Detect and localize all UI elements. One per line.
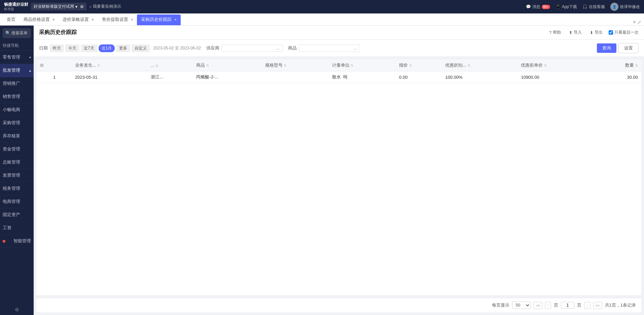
page-unit-label: 页 <box>577 302 581 308</box>
sort-icon-unit: ⇅ <box>351 64 353 67</box>
help-icon: ? <box>549 30 551 35</box>
demo-link[interactable]: ○ 我要看实例演示 <box>89 4 121 9</box>
last-page-button[interactable]: ⏭ <box>593 302 602 309</box>
sidebar-item-tax-label: 税务管理 <box>3 185 20 191</box>
sort-icon-quote: ⇅ <box>409 64 412 67</box>
sidebar-item-retail-label: 零售管理 <box>3 54 20 60</box>
tab-price-close[interactable]: × <box>52 18 55 22</box>
sidebar-item-sales[interactable]: 销售管理 <box>0 90 34 103</box>
date-last1month-btn[interactable]: 近1月 <box>99 44 115 52</box>
tab-strategy-close[interactable]: × <box>92 18 94 22</box>
page-input[interactable] <box>561 302 574 309</box>
th-more-cols[interactable]: ... ⇅ <box>147 60 193 71</box>
date-more-btn[interactable]: 更多 <box>116 44 130 52</box>
th-goods[interactable]: 商品 ⇅ <box>193 60 261 71</box>
th-unit[interactable]: 计量单位 ⇅ <box>329 60 396 71</box>
th-quote[interactable]: 报价 ⇅ <box>396 60 442 71</box>
close-panel-button[interactable]: × <box>633 19 636 25</box>
goods-more-btn[interactable]: ... <box>354 46 357 50</box>
tab-history-price-close[interactable]: × <box>174 18 176 22</box>
demo-icon: ○ <box>89 4 92 9</box>
export-button[interactable]: ⬇ 导出 <box>588 28 605 37</box>
app-logo: 畅捷通好业财 标准版 <box>4 2 28 11</box>
date-today-btn[interactable]: 今天 <box>65 44 79 52</box>
date-yesterday-btn[interactable]: 昨天 <box>50 44 64 52</box>
td-biz-date: 2023-05-31 <box>72 71 147 83</box>
settings-icon[interactable]: ⚙ <box>80 4 84 9</box>
expand-button[interactable]: ⤢ <box>637 20 641 25</box>
only-last-checkbox-label[interactable]: 只看最后一次 <box>609 30 639 35</box>
th-price-before[interactable]: 优惠前单价 ⇅ <box>517 60 595 71</box>
sidebar-item-smart[interactable]: 智能管理 <box>0 235 34 248</box>
settings-button[interactable]: 设置 <box>618 43 639 53</box>
sidebar-item-invoice-label: 发票管理 <box>3 172 20 178</box>
sidebar-item-tax[interactable]: 税务管理 <box>0 182 34 195</box>
tab-history-price[interactable]: 采购历史价跟踪 × <box>137 14 180 25</box>
data-table: ⚙ 业务发生... ⇅ ... ⇅ 商品 ⇅ <box>36 60 641 83</box>
sidebar-item-retail[interactable]: 零售管理 ▾ <box>0 51 34 64</box>
tabs-bar: 首页 商品价格设置 × 进价策略设置 × 售价提取设置 × 采购历史价跟踪 × … <box>0 13 644 26</box>
sort-icon-price-before: ⇅ <box>544 64 547 67</box>
th-discount[interactable]: 优惠折扣... ⇅ <box>442 60 517 71</box>
th-spec[interactable]: 规格型号 ⇅ <box>262 60 329 71</box>
th-quantity-label: 数量 <box>625 63 634 68</box>
version-selector[interactable]: 好业财标准版交付试用 ▾ ⚙ <box>31 3 86 10</box>
sidebar-item-ecommerce-small[interactable]: 小畅电商 <box>0 103 34 116</box>
table-row: 1 2023-05-31 浙江... 丙烯酸-2-... 散水 吨 0.00 1… <box>36 71 641 83</box>
query-button[interactable]: 查询 <box>597 43 616 53</box>
import-button[interactable]: ⬆ 导入 <box>567 28 584 37</box>
th-goods-label: 商品 <box>196 63 205 68</box>
supplier-more-btn[interactable]: ... <box>276 46 280 50</box>
goods-input[interactable] <box>302 46 352 50</box>
sort-icon-quantity: ⇅ <box>635 64 638 67</box>
chevron-down-icon: ▾ <box>75 4 77 9</box>
sidebar-item-finance[interactable]: 资金管理 <box>0 143 34 156</box>
sidebar-item-invoice[interactable]: 发票管理 <box>0 169 34 182</box>
supplier-input[interactable] <box>224 46 275 50</box>
per-page-label: 每页显示 <box>492 302 509 308</box>
sidebar-item-ecommerce[interactable]: 电商管理 <box>0 195 34 208</box>
sidebar-item-marketing-label: 营销推广 <box>3 80 20 86</box>
goods-input-wrap: ... <box>299 44 360 52</box>
top-bar-right: 💬 消息 99+ 📱 App下载 🎧 在线客服 👤 徐泽华修改 <box>526 3 640 11</box>
filter-area: 日期 昨天 今天 近7天 近1月 更多 自定义 2023-05-02 至 202… <box>34 40 644 57</box>
th-quantity[interactable]: 数量 ⇅ <box>595 60 641 71</box>
sidebar-item-general-ledger[interactable]: 总账管理 <box>0 156 34 169</box>
page-actions: ? 帮助 ⬆ 导入 ⬇ 导出 只看最后一次 <box>547 28 639 37</box>
sidebar-item-finance-label: 资金管理 <box>3 146 20 152</box>
online-service-action[interactable]: 🎧 在线客服 <box>582 4 605 10</box>
next-page-button[interactable]: › <box>584 302 590 309</box>
sidebar-settings-button[interactable]: ⚙ <box>15 307 19 312</box>
only-last-checkbox-input[interactable] <box>609 30 613 35</box>
tab-sale-price-close[interactable]: × <box>131 18 133 22</box>
tab-sale-price[interactable]: 售价提取设置 × <box>98 14 137 25</box>
sidebar-item-wholesale[interactable]: 批发管理 ▴ <box>0 64 34 77</box>
sidebar-item-salary[interactable]: 工资 <box>0 221 34 235</box>
sidebar-quick-nav[interactable]: 快捷导航 <box>0 41 34 51</box>
search-menu-button[interactable]: 🔍 搜索菜单 <box>3 28 31 38</box>
table-settings-icon-btn[interactable]: ⚙ <box>40 63 44 68</box>
tab-price[interactable]: 商品价格设置 × <box>20 14 59 25</box>
sidebar-item-marketing[interactable]: 营销推广 <box>0 77 34 90</box>
table-header-row: ⚙ 业务发生... ⇅ ... ⇅ 商品 ⇅ <box>36 60 641 71</box>
sidebar-item-wholesale-label: 批发管理 <box>3 67 20 73</box>
help-label: 帮助 <box>553 30 561 35</box>
date-custom-btn[interactable]: 自定义 <box>132 44 150 52</box>
sidebar-item-inventory[interactable]: 库存核算 <box>0 130 34 143</box>
help-button[interactable]: ? 帮助 <box>547 28 563 37</box>
tab-home[interactable]: 首页 <box>3 14 20 25</box>
tab-strategy[interactable]: 进价策略设置 × <box>59 14 98 25</box>
prev-page-button[interactable]: ‹ <box>545 302 551 309</box>
user-action[interactable]: 👤 徐泽华修改 <box>610 3 640 11</box>
first-page-button[interactable]: ⏮ <box>533 302 542 309</box>
per-page-select[interactable]: 50 100 200 <box>512 302 531 309</box>
sidebar-item-fixed-assets[interactable]: 固定资产 <box>0 208 34 221</box>
th-biz-date-label: 业务发生... <box>75 63 96 68</box>
app-download-action[interactable]: 📱 App下载 <box>556 4 577 10</box>
th-biz-date[interactable]: 业务发生... ⇅ <box>72 60 147 71</box>
messages-action[interactable]: 💬 消息 99+ <box>526 4 550 10</box>
sidebar-item-purchase[interactable]: 采购管理 <box>0 116 34 130</box>
th-spec-label: 规格型号 <box>265 63 283 68</box>
sidebar-item-general-ledger-label: 总账管理 <box>3 159 20 165</box>
date-last7-btn[interactable]: 近7天 <box>81 44 97 52</box>
